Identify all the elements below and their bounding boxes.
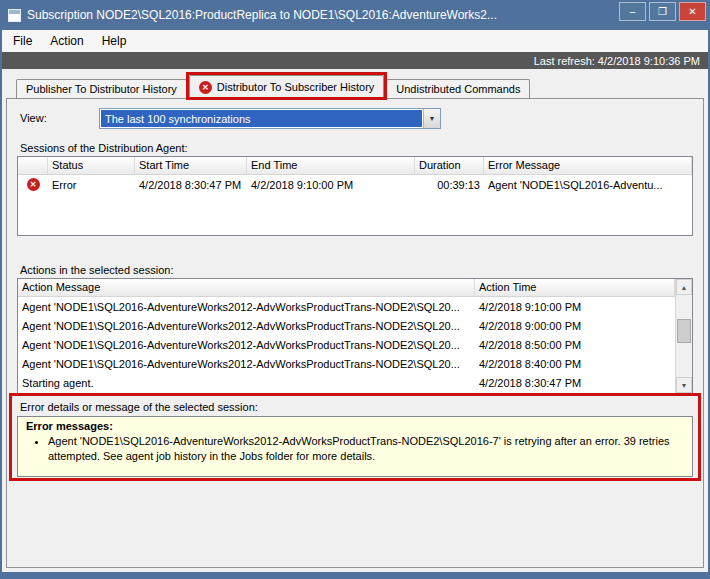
action-row[interactable]: Agent 'NODE1\SQL2016-AdventureWorks2012-… bbox=[18, 297, 675, 316]
tab-label: Distributor To Subscriber History bbox=[217, 81, 375, 93]
column-header-end-time[interactable]: End Time bbox=[247, 157, 415, 174]
action-message: Agent 'NODE1\SQL2016-AdventureWorks2012-… bbox=[18, 301, 475, 313]
error-details-section: Error details or message of the selected… bbox=[17, 399, 693, 477]
subscription-window: Subscription NODE2\SQL2016:ProductReplic… bbox=[0, 0, 710, 579]
minimize-button[interactable]: – bbox=[619, 2, 646, 21]
tab-distributor-to-subscriber-history[interactable]: ✕ Distributor To Subscriber History bbox=[189, 75, 385, 99]
last-refresh-text: Last refresh: 4/2/2018 9:10:36 PM bbox=[534, 55, 700, 67]
tab-label: Undistributed Commands bbox=[396, 83, 520, 95]
view-label: View: bbox=[20, 112, 47, 124]
action-row[interactable]: Agent 'NODE1\SQL2016-AdventureWorks2012-… bbox=[18, 335, 675, 354]
action-row[interactable]: Agent 'NODE1\SQL2016-AdventureWorks2012-… bbox=[18, 316, 675, 335]
tab-undistributed-commands[interactable]: Undistributed Commands bbox=[386, 79, 530, 99]
column-header-error-message[interactable]: Error Message bbox=[484, 157, 692, 174]
status-bar: Last refresh: 4/2/2018 9:10:36 PM bbox=[2, 52, 708, 69]
title-bar[interactable]: Subscription NODE2\SQL2016:ProductReplic… bbox=[0, 0, 710, 30]
scrollbar-thumb[interactable] bbox=[677, 319, 691, 343]
action-time: 4/2/2018 9:00:00 PM bbox=[475, 320, 675, 332]
session-status: Error bbox=[48, 179, 135, 191]
column-header-icon[interactable] bbox=[18, 157, 48, 174]
tab-panel: View: The last 100 synchronizations ▼ Se… bbox=[6, 98, 704, 568]
error-details-caption: Error details or message of the selected… bbox=[20, 401, 258, 413]
content-area: Publisher To Distributor History ✕ Distr… bbox=[2, 69, 708, 572]
action-row[interactable]: Starting agent. 4/2/2018 8:30:47 PM bbox=[18, 373, 675, 392]
menu-item-help[interactable]: Help bbox=[93, 31, 136, 51]
session-row[interactable]: ✕ Error 4/2/2018 8:30:47 PM 4/2/2018 9:1… bbox=[18, 175, 692, 194]
action-message: Agent 'NODE1\SQL2016-AdventureWorks2012-… bbox=[18, 339, 475, 351]
menu-item-action[interactable]: Action bbox=[41, 31, 92, 51]
error-messages-heading: Error messages: bbox=[26, 420, 684, 432]
error-icon: ✕ bbox=[199, 81, 212, 94]
window-controls: – ❐ ✕ bbox=[616, 2, 706, 21]
action-message: Agent 'NODE1\SQL2016-AdventureWorks2012-… bbox=[18, 320, 475, 332]
actions-scrollbar[interactable]: ▲ ▼ bbox=[675, 279, 692, 393]
session-duration: 00:39:13 bbox=[415, 179, 484, 191]
column-header-action-message[interactable]: Action Message bbox=[18, 279, 475, 296]
sessions-table[interactable]: Status Start Time End Time Duration Erro… bbox=[17, 156, 693, 236]
actions-header: Action Message Action Time bbox=[18, 279, 675, 297]
error-message-text: Agent 'NODE1\SQL2016-AdventureWorks2012-… bbox=[48, 434, 684, 464]
dropdown-arrow-icon[interactable]: ▼ bbox=[423, 109, 440, 128]
scroll-down-icon[interactable]: ▼ bbox=[676, 377, 692, 393]
session-error-message: Agent 'NODE1\SQL2016-Adventu... bbox=[484, 179, 692, 191]
action-time: 4/2/2018 8:40:00 PM bbox=[475, 358, 675, 370]
action-row[interactable]: Agent 'NODE1\SQL2016-AdventureWorks2012-… bbox=[18, 354, 675, 373]
column-header-status[interactable]: Status bbox=[48, 157, 135, 174]
tab-label: Publisher To Distributor History bbox=[26, 83, 177, 95]
maximize-button[interactable]: ❐ bbox=[649, 2, 676, 21]
sessions-caption: Sessions of the Distribution Agent: bbox=[20, 142, 188, 154]
action-time: 4/2/2018 8:30:47 PM bbox=[475, 377, 675, 389]
tab-publisher-to-distributor-history[interactable]: Publisher To Distributor History bbox=[16, 79, 187, 99]
tab-strip: Publisher To Distributor History ✕ Distr… bbox=[16, 74, 532, 99]
session-start-time: 4/2/2018 8:30:47 PM bbox=[135, 179, 247, 191]
error-icon: ✕ bbox=[27, 178, 40, 191]
view-dropdown-value: The last 100 synchronizations bbox=[101, 110, 422, 127]
session-end-time: 4/2/2018 9:10:00 PM bbox=[247, 179, 415, 191]
actions-table[interactable]: Action Message Action Time Agent 'NODE1\… bbox=[17, 278, 693, 394]
window-title: Subscription NODE2\SQL2016:ProductReplic… bbox=[27, 8, 610, 22]
view-dropdown[interactable]: The last 100 synchronizations ▼ bbox=[99, 108, 441, 129]
action-time: 4/2/2018 8:50:00 PM bbox=[475, 339, 675, 351]
scroll-up-icon[interactable]: ▲ bbox=[676, 279, 692, 295]
column-header-duration[interactable]: Duration bbox=[415, 157, 484, 174]
error-messages-panel: Error messages: Agent 'NODE1\SQL2016-Adv… bbox=[17, 416, 693, 477]
close-button[interactable]: ✕ bbox=[679, 2, 706, 21]
menu-item-file[interactable]: File bbox=[4, 31, 41, 51]
action-time: 4/2/2018 9:10:00 PM bbox=[475, 301, 675, 313]
action-message: Starting agent. bbox=[18, 377, 475, 389]
window-icon bbox=[8, 9, 21, 22]
sessions-header: Status Start Time End Time Duration Erro… bbox=[18, 157, 692, 175]
actions-caption: Actions in the selected session: bbox=[20, 264, 173, 276]
action-message: Agent 'NODE1\SQL2016-AdventureWorks2012-… bbox=[18, 358, 475, 370]
column-header-start-time[interactable]: Start Time bbox=[135, 157, 247, 174]
column-header-action-time[interactable]: Action Time bbox=[475, 279, 675, 296]
menu-bar: File Action Help bbox=[2, 30, 708, 52]
